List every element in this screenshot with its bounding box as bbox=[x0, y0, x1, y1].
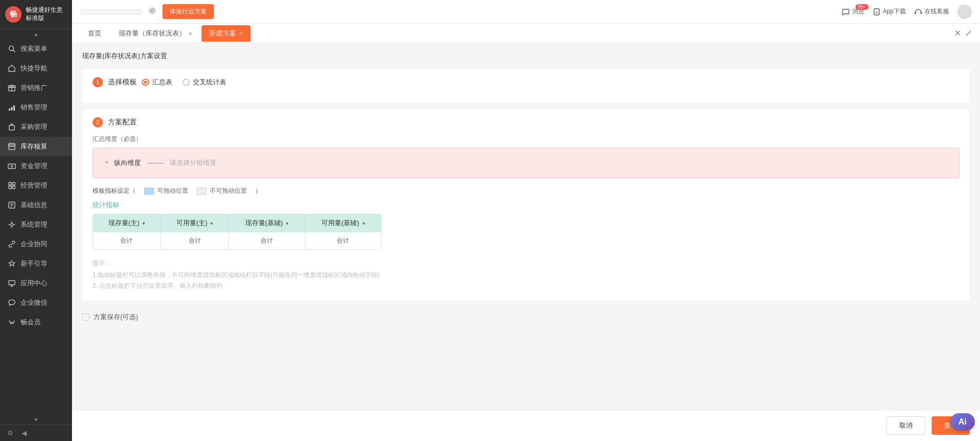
svg-rect-20 bbox=[9, 281, 15, 285]
step1-badge: 1 bbox=[93, 77, 103, 87]
dim-required-star: * bbox=[105, 159, 108, 167]
svg-point-10 bbox=[11, 166, 13, 168]
dimension-box[interactable]: * 纵向维度 —— 请选择分组维度 bbox=[93, 148, 959, 178]
svg-rect-14 bbox=[12, 186, 15, 189]
sidebar-bottom: ⚙ ◀ bbox=[0, 425, 72, 441]
app-download-btn[interactable]: App下载 bbox=[873, 7, 906, 16]
cancel-button[interactable]: 取消 bbox=[886, 416, 925, 435]
star-icon bbox=[7, 259, 16, 268]
col-header-0[interactable]: 现存量(主) ▾ bbox=[93, 214, 160, 232]
sidebar-item-member[interactable]: 畅会员 bbox=[0, 313, 72, 332]
radio-cross-circle bbox=[183, 79, 190, 86]
stats-table: 现存量(主) ▾ 可用量(主) ▾ bbox=[93, 214, 381, 249]
chevron-1: ▾ bbox=[210, 220, 213, 226]
agg-cell-2: 合计 bbox=[229, 232, 305, 250]
sidebar-scroll-up[interactable]: ▲ bbox=[0, 29, 72, 39]
tip-item-0: 1.拖动标题栏可以调整布局，不可跨维度或指标区域拖动栏目字段(只能在同一维度或指… bbox=[93, 270, 959, 281]
legend-draggable: 可拖动位置 bbox=[144, 187, 188, 195]
svg-rect-18 bbox=[10, 207, 12, 207]
step2-badge: 2 bbox=[93, 117, 103, 127]
draggable-legend: 模板指标设定（ 可拖动位置 不可拖动位置 ） bbox=[93, 187, 959, 195]
trial-btn[interactable]: 体验行业方案 bbox=[162, 4, 214, 19]
grid-icon bbox=[7, 181, 16, 190]
user-avatar[interactable] bbox=[957, 5, 972, 19]
info-icon bbox=[7, 200, 16, 210]
svg-rect-6 bbox=[13, 105, 15, 111]
svg-point-21 bbox=[151, 9, 154, 12]
home-icon bbox=[7, 64, 16, 73]
chevron-0: ▾ bbox=[142, 220, 145, 226]
sidebar-item-guide[interactable]: 新手引导 bbox=[0, 254, 72, 273]
radio-summary-dot bbox=[144, 81, 147, 84]
sidebar-scroll-down[interactable]: ▼ bbox=[0, 415, 72, 425]
bottom-bar: 取消 查询 bbox=[72, 410, 980, 441]
col-header-3[interactable]: 可用量(基辅) ▾ bbox=[305, 214, 381, 232]
sidebar-item-finance[interactable]: 资金管理 bbox=[0, 156, 72, 176]
sidebar-item-basic[interactable]: 基础信息 bbox=[0, 195, 72, 215]
topbar-gear-icon[interactable] bbox=[148, 7, 156, 17]
col-header-2[interactable]: 现存量(基辅) ▾ bbox=[229, 214, 305, 232]
tab-new-plan-close[interactable]: × bbox=[239, 30, 242, 36]
sidebar-item-purchase[interactable]: 采购管理 bbox=[0, 117, 72, 137]
legend-draggable-box bbox=[144, 188, 154, 195]
radio-cross[interactable]: 交叉统计表 bbox=[183, 78, 226, 87]
agg-cell-3: 合计 bbox=[305, 232, 381, 250]
tab-close-icon[interactable]: ✕ bbox=[954, 28, 961, 38]
dim-field-label: 纵向维度 bbox=[114, 158, 141, 168]
search-icon bbox=[7, 44, 16, 53]
page-title: 现存量(库存状况表)方案设置 bbox=[82, 51, 970, 61]
sidebar-item-contract[interactable]: 企业协同 bbox=[0, 234, 72, 254]
step2-header: 2 方案配置 bbox=[93, 117, 959, 127]
content-area: 现存量(库存状况表)方案设置 1 选择模板 汇总表 交叉统计表 bbox=[72, 43, 980, 410]
step2-section: 2 方案配置 汇总维度（必选） * 纵向维度 —— 请选择分组维度 模板指标设定… bbox=[82, 109, 970, 300]
template-radio-group: 汇总表 交叉统计表 bbox=[142, 78, 226, 87]
tab-inventory[interactable]: 现存量（库存状况表） × bbox=[111, 25, 199, 42]
tab-home[interactable]: 首页 bbox=[80, 25, 109, 42]
ai-badge[interactable]: Ai bbox=[950, 413, 975, 431]
settings-icon bbox=[7, 220, 16, 229]
topbar-left: 体验行业方案 bbox=[80, 4, 214, 19]
indicator-setting-label: 模板指标设定（ bbox=[93, 187, 136, 195]
legend-nondraggable: 不可拖动位置 bbox=[196, 187, 247, 195]
save-checkbox[interactable] bbox=[82, 314, 89, 321]
stats-label: 统计指标 bbox=[93, 200, 959, 210]
svg-rect-8 bbox=[9, 145, 15, 150]
svg-rect-13 bbox=[9, 186, 11, 189]
sidebar-item-wechat[interactable]: 企业微信 bbox=[0, 293, 72, 313]
radio-summary[interactable]: 汇总表 bbox=[142, 78, 172, 87]
svg-rect-7 bbox=[9, 125, 14, 130]
sidebar-item-marketing[interactable]: 营销推广 bbox=[0, 78, 72, 98]
tab-inventory-close[interactable]: × bbox=[189, 30, 192, 36]
sidebar-item-quicknav[interactable]: 快捷导航 bbox=[0, 59, 72, 78]
step1-title: 选择模板 bbox=[108, 78, 137, 87]
online-service-btn[interactable]: 在线客服 bbox=[914, 7, 949, 16]
indicator-setting-end: ） bbox=[255, 187, 261, 195]
sidebar-item-sales[interactable]: 销售管理 bbox=[0, 98, 72, 117]
topbar: 体验行业方案 消息 99+ App下载 在线客服 bbox=[72, 0, 980, 24]
main-area: 体验行业方案 消息 99+ App下载 在线客服 首页 现存量（库存状况表） bbox=[72, 0, 980, 441]
svg-line-1 bbox=[13, 50, 15, 52]
sidebar-nav: 搜索菜单 快捷导航 营销推广 销售管理 采购管理 bbox=[0, 39, 72, 415]
messages-btn[interactable]: 消息 99+ bbox=[842, 7, 864, 16]
link-icon bbox=[7, 240, 16, 249]
svg-rect-17 bbox=[10, 205, 13, 206]
speaker-icon[interactable]: ◀ bbox=[22, 429, 27, 437]
sidebar-item-system[interactable]: 系统管理 bbox=[0, 215, 72, 234]
save-row: 方案保存(可选) bbox=[82, 306, 970, 328]
step1-section: 1 选择模板 汇总表 交叉统计表 bbox=[82, 69, 970, 103]
sidebar-item-inventory[interactable]: 库存核算 bbox=[0, 137, 72, 156]
sidebar: 畅 畅捷通好生意 标准版 ▲ 搜索菜单 快捷导航 营销推广 bbox=[0, 0, 72, 441]
sidebar-item-search[interactable]: 搜索菜单 bbox=[0, 39, 72, 59]
sidebar-item-appstore[interactable]: 应用中心 bbox=[0, 273, 72, 293]
topbar-right: 消息 99+ App下载 在线客服 bbox=[842, 5, 972, 19]
v-icon bbox=[7, 318, 16, 327]
gear-bottom-icon[interactable]: ⚙ bbox=[7, 429, 13, 437]
tab-expand-icon[interactable]: ⤢ bbox=[965, 28, 972, 38]
tab-new-plan[interactable]: 新建方案 × bbox=[202, 25, 250, 42]
col-header-1[interactable]: 可用量(主) ▾ bbox=[160, 214, 228, 232]
dim-placeholder: 请选择分组维度 bbox=[170, 158, 216, 168]
svg-rect-12 bbox=[12, 182, 15, 185]
svg-rect-11 bbox=[9, 182, 11, 185]
tv-icon bbox=[7, 279, 16, 288]
sidebar-item-manage[interactable]: 经营管理 bbox=[0, 176, 72, 195]
